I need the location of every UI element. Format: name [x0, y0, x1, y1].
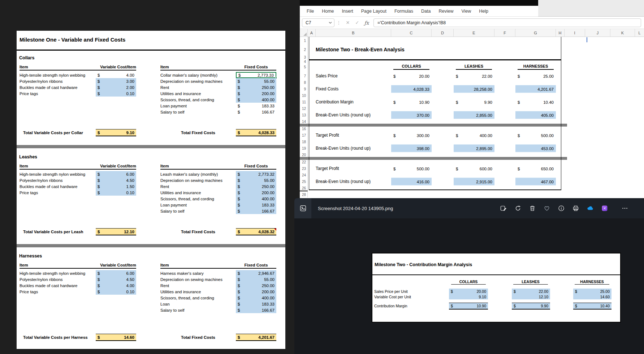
table-row[interactable]: Collar maker's salary (monthly) $2,773.3…: [160, 72, 276, 78]
table-row[interactable]: Loan payment $183.33: [160, 202, 276, 208]
grid-row-8[interactable]: 8: [300, 80, 644, 85]
table-row[interactable]: Depreciation on sewing machines $55.00: [160, 177, 276, 183]
cell-E7[interactable]: $22.00: [454, 72, 494, 80]
grid-row-target-profit-2[interactable]: 23 Target Profit $500.00 $600.00 $650.00: [300, 164, 644, 173]
total-cell[interactable]: $9.10: [96, 129, 136, 136]
cell-E9[interactable]: 28,258.00: [454, 85, 494, 93]
cell-G9[interactable]: 4,201.67: [515, 85, 556, 93]
table-row[interactable]: Utilities and insurance $200.00: [160, 90, 276, 97]
column-header[interactable]: B: [316, 29, 391, 37]
menu-page-layout[interactable]: Page Layout: [357, 9, 390, 14]
table-row[interactable]: Salary to self $166.67: [160, 208, 276, 214]
table-row[interactable]: Price tags $0.10: [20, 189, 136, 196]
column-header[interactable]: L: [635, 29, 644, 37]
table-row[interactable]: Salary to self $166.67: [160, 307, 276, 313]
total-cell-with-comment[interactable]: $4,028.32: [236, 228, 276, 235]
grid-row-12[interactable]: 12: [300, 106, 644, 111]
enter-icon[interactable]: ✓: [353, 20, 362, 25]
formula-input[interactable]: ='Contribution Margin Analysis'!B8: [373, 18, 641, 27]
selected-cell-C7[interactable]: $2,773.33: [236, 72, 276, 78]
clipchamp-icon[interactable]: [600, 204, 609, 213]
rotate-icon[interactable]: [513, 204, 523, 213]
leashes-total-variable-row[interactable]: Total Variable Costs per Leash $12.10: [20, 228, 136, 235]
cell-E13[interactable]: 2,855.00: [454, 111, 494, 119]
column-header[interactable]: J: [585, 29, 610, 37]
insert-function-icon[interactable]: ƒx: [362, 20, 371, 26]
onedrive-icon[interactable]: [585, 204, 595, 213]
menu-formulas[interactable]: Formulas: [390, 9, 417, 14]
cell-C9[interactable]: 4,028.33: [391, 85, 432, 93]
column-header[interactable]: A: [308, 29, 316, 37]
table-row[interactable]: High-tensile strength nylon webbing $6.0…: [20, 270, 136, 276]
table-row[interactable]: Price tags $0.10: [20, 90, 136, 97]
menu-home[interactable]: Home: [318, 9, 338, 14]
table-row[interactable]: High-tensile strength nylon webbing $4.0…: [20, 72, 136, 78]
table-row[interactable]: Salary to self $166.67: [160, 109, 276, 115]
total-cell[interactable]: $4,201.67: [236, 334, 276, 341]
grid-row-10[interactable]: 10: [300, 93, 644, 98]
contribution-margin-image[interactable]: Milestone Two - Contribution Margin Anal…: [372, 253, 621, 323]
cell-G23[interactable]: $650.00: [515, 165, 556, 172]
menu-file[interactable]: File: [303, 9, 318, 14]
select-all-corner[interactable]: [300, 29, 308, 37]
table-row[interactable]: Buckles made of cast hardware $1.50: [20, 183, 136, 189]
cell-C13[interactable]: 370.00: [391, 111, 432, 119]
cell-E23[interactable]: $600.00: [454, 165, 494, 172]
menu-help[interactable]: Help: [475, 9, 492, 14]
grid-row-4[interactable]: 4: [300, 59, 644, 64]
cell-G13[interactable]: 405.00: [515, 111, 556, 119]
column-header[interactable]: E: [454, 29, 494, 37]
cell-G25[interactable]: 467.00: [515, 178, 556, 185]
table-row[interactable]: Polyester/nylon ribbons $4.50: [20, 276, 136, 282]
table-row[interactable]: High-tensile strength nylon webbing $6.0…: [20, 171, 136, 177]
photos-title-bar[interactable]: Screenshot 2024-04-20 143905.png: [294, 198, 644, 218]
edit-image-icon[interactable]: [499, 204, 508, 213]
total-cell[interactable]: $4,028.33: [236, 129, 276, 136]
more-options-icon[interactable]: [620, 204, 630, 213]
cell-C7[interactable]: $20.00: [391, 72, 432, 80]
harnesses-total-fixed-row[interactable]: Total Fixed Costs $4,201.67: [160, 334, 276, 341]
grid-row-26[interactable]: 26: [300, 186, 644, 190]
column-header[interactable]: K: [610, 29, 635, 37]
table-row[interactable]: Polyester/nylon ribbons $3.00: [20, 78, 136, 84]
grid-row-24[interactable]: 24: [300, 173, 644, 177]
table-row[interactable]: Depreciation on sewing machines $55.00: [160, 78, 276, 84]
print-icon[interactable]: [571, 204, 580, 213]
table-row[interactable]: Depreciation on sewing machines $55.00: [160, 276, 276, 282]
column-header[interactable]: D: [432, 29, 454, 37]
favorite-icon[interactable]: [542, 204, 552, 213]
cell-C19[interactable]: 398.00: [391, 145, 432, 152]
grid-row-fixed-costs[interactable]: 9 Fixed Costs 4,028.33 28,258.00 4,201.6…: [300, 85, 644, 93]
grid-row-sales-price[interactable]: 7 Sales Price $20.00 $22.00 $25.00: [300, 72, 644, 80]
table-row[interactable]: Scissors, thread, and cording $400.00: [160, 295, 276, 301]
grid-row-5[interactable]: 5 COLLARS LEASHES HARNESSES: [300, 64, 644, 70]
cell-E11[interactable]: $9.90: [454, 98, 494, 106]
info-icon[interactable]: [557, 204, 566, 213]
table-row[interactable]: Rent $250.00: [160, 183, 276, 189]
photos-tab[interactable]: [294, 198, 311, 218]
collars-total-fixed-row[interactable]: Total Fixed Costs $4,028.33: [160, 129, 276, 136]
grid-row-break-even-units[interactable]: 13 Break-Even Units (round up) 370.00 2,…: [300, 111, 644, 119]
column-header[interactable]: F: [494, 29, 515, 37]
cell-G17[interactable]: $500.00: [515, 132, 556, 139]
cell-G19[interactable]: 453.00: [515, 145, 556, 152]
menu-view[interactable]: View: [457, 9, 475, 14]
table-row[interactable]: Buckles made of cast hardware $4.00: [20, 282, 136, 289]
total-cell[interactable]: $14.60: [96, 334, 136, 341]
column-header[interactable]: G: [515, 29, 556, 37]
grid-row-1[interactable]: 1: [300, 37, 644, 44]
cancel-icon[interactable]: ✕: [343, 20, 353, 25]
cell-C11[interactable]: $10.90: [391, 98, 432, 106]
table-row[interactable]: Price tags $0.10: [20, 289, 136, 295]
grid-row-14[interactable]: 14: [300, 119, 644, 124]
harnesses-total-variable-row[interactable]: Total Variable Costs per Harness $14.60: [20, 334, 136, 341]
table-row[interactable]: Scissors, thread, and cording $400.00: [160, 196, 276, 202]
delete-icon[interactable]: [528, 204, 537, 213]
table-row[interactable]: Polyester/nylon ribbons $4.50: [20, 177, 136, 183]
collars-total-variable-row[interactable]: Total Variable Costs per Collar $9.10: [20, 129, 136, 136]
cell-G7[interactable]: $25.00: [515, 72, 556, 80]
cell-G11[interactable]: $10.40: [515, 98, 556, 106]
table-row[interactable]: Scissors, thread, and cording $400.00: [160, 97, 276, 103]
menu-insert[interactable]: Insert: [338, 9, 357, 14]
table-row[interactable]: Utilities and insurance $200.00: [160, 289, 276, 295]
